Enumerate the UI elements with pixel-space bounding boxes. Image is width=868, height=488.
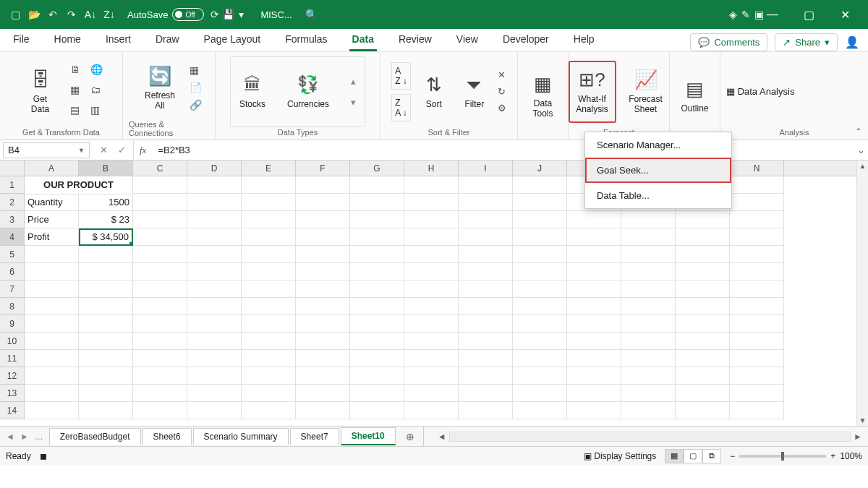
- cell-c11[interactable]: [133, 350, 187, 367]
- cell-l3[interactable]: [621, 211, 676, 228]
- cell-a3[interactable]: Price: [25, 211, 79, 228]
- sort-desc-icon[interactable]: Z↓: [103, 8, 116, 21]
- row-10[interactable]: 10: [0, 333, 25, 350]
- cell-g6[interactable]: [350, 263, 404, 281]
- cell-a13[interactable]: [25, 385, 79, 402]
- from-table-icon[interactable]: ▦: [70, 84, 86, 100]
- row-8[interactable]: 8: [0, 298, 25, 315]
- cell-f8[interactable]: [296, 298, 350, 315]
- close-button[interactable]: ✕: [838, 8, 852, 22]
- undo-icon[interactable]: ↶: [46, 8, 59, 21]
- row-4[interactable]: 4: [0, 228, 25, 246]
- sort-asc-icon[interactable]: A↓: [84, 8, 97, 21]
- cell-c13[interactable]: [133, 385, 187, 402]
- cell-d13[interactable]: [187, 385, 242, 402]
- cell-i10[interactable]: [459, 333, 513, 350]
- cell-n10[interactable]: [730, 333, 784, 350]
- hscroll-right-icon[interactable]: ►: [852, 432, 864, 442]
- display-settings-button[interactable]: ▣ Display Settings: [584, 451, 656, 461]
- cell-b6[interactable]: [79, 263, 133, 281]
- open-icon[interactable]: 📂: [27, 8, 41, 21]
- cell-l14[interactable]: [621, 402, 676, 419]
- cell-l5[interactable]: [621, 246, 676, 263]
- cell-h14[interactable]: [404, 402, 459, 419]
- cell-i14[interactable]: [459, 402, 513, 419]
- zoom-in-icon[interactable]: +: [830, 451, 835, 461]
- cell-f7[interactable]: [296, 281, 350, 298]
- cell-b13[interactable]: [79, 385, 133, 402]
- cell-i9[interactable]: [459, 315, 513, 333]
- add-sheet-button[interactable]: ⊕: [397, 431, 423, 442]
- queries-icon[interactable]: ▦: [190, 64, 202, 76]
- cell-i11[interactable]: [459, 350, 513, 367]
- cell-n7[interactable]: [730, 281, 784, 298]
- sync-icon[interactable]: ⟳: [208, 8, 221, 21]
- cell-i4[interactable]: [459, 228, 513, 246]
- zoom-control[interactable]: − + 100%: [730, 451, 862, 461]
- cell-k13[interactable]: [567, 385, 621, 402]
- cell-l6[interactable]: [621, 263, 676, 281]
- cell-j4[interactable]: [513, 228, 567, 246]
- cell-c3[interactable]: [133, 211, 187, 228]
- qat-more-icon[interactable]: ▾: [234, 8, 247, 21]
- cell-a6[interactable]: [25, 263, 79, 281]
- diamond-icon[interactable]: ◈: [726, 8, 739, 21]
- cell-n6[interactable]: [730, 263, 784, 281]
- clear-filter-icon[interactable]: ✕: [498, 69, 506, 80]
- row-5[interactable]: 5: [0, 246, 25, 263]
- scroll-down-icon[interactable]: ▾: [351, 97, 356, 108]
- row-1[interactable]: 1: [0, 176, 25, 194]
- cell-d6[interactable]: [187, 263, 242, 281]
- minimize-button[interactable]: —: [765, 8, 780, 22]
- cell-f6[interactable]: [296, 263, 350, 281]
- cell-a11[interactable]: [25, 350, 79, 367]
- cell-b9[interactable]: [79, 315, 133, 333]
- select-all-corner[interactable]: [0, 160, 25, 176]
- cell-d12[interactable]: [187, 367, 242, 385]
- cell-j14[interactable]: [513, 402, 567, 419]
- forecast-sheet-button[interactable]: 📈Forecast Sheet: [622, 61, 670, 123]
- page-layout-view-button[interactable]: ▢: [684, 449, 702, 463]
- sort-button[interactable]: ⇅Sort: [417, 61, 451, 123]
- cell-n9[interactable]: [730, 315, 784, 333]
- cell-k7[interactable]: [567, 281, 621, 298]
- cell-e9[interactable]: [242, 315, 296, 333]
- sort-az-button[interactable]: AZ ↓: [391, 62, 411, 90]
- cell-g12[interactable]: [350, 367, 404, 385]
- cell-f10[interactable]: [296, 333, 350, 350]
- cell-h7[interactable]: [404, 281, 459, 298]
- tab-review[interactable]: Review: [396, 29, 435, 51]
- cell-c2[interactable]: [133, 194, 187, 211]
- cell-g13[interactable]: [350, 385, 404, 402]
- tab-data[interactable]: Data: [349, 29, 377, 51]
- name-box[interactable]: B4 ▼: [3, 142, 90, 158]
- row-14[interactable]: 14: [0, 402, 25, 419]
- cell-m3[interactable]: [676, 211, 730, 228]
- cell-f12[interactable]: [296, 367, 350, 385]
- reapply-icon[interactable]: ↻: [498, 86, 506, 97]
- cell-i3[interactable]: [459, 211, 513, 228]
- cell-b3[interactable]: $ 23: [79, 211, 133, 228]
- cell-n3[interactable]: [730, 211, 784, 228]
- cell-f13[interactable]: [296, 385, 350, 402]
- from-text-icon[interactable]: 🗎: [70, 64, 86, 80]
- cell-m6[interactable]: [676, 263, 730, 281]
- cell-n12[interactable]: [730, 367, 784, 385]
- cell-g5[interactable]: [350, 246, 404, 263]
- cell-e11[interactable]: [242, 350, 296, 367]
- cell-c10[interactable]: [133, 333, 187, 350]
- tab-view[interactable]: View: [454, 29, 481, 51]
- cell-a7[interactable]: [25, 281, 79, 298]
- cell-m8[interactable]: [676, 298, 730, 315]
- cell-c6[interactable]: [133, 263, 187, 281]
- cell-g2[interactable]: [350, 194, 404, 211]
- cell-e10[interactable]: [242, 333, 296, 350]
- save-icon[interactable]: 💾: [221, 8, 234, 21]
- cell-l9[interactable]: [621, 315, 676, 333]
- cell-k6[interactable]: [567, 263, 621, 281]
- cell-f14[interactable]: [296, 402, 350, 419]
- data-types-gallery[interactable]: 🏛Stocks 💱Currencies ▴▾: [230, 56, 365, 127]
- cancel-formula-icon[interactable]: ✕: [100, 145, 108, 155]
- collapse-ribbon-icon[interactable]: ⌃: [855, 127, 862, 137]
- vertical-scrollbar[interactable]: ▲▼: [856, 160, 868, 426]
